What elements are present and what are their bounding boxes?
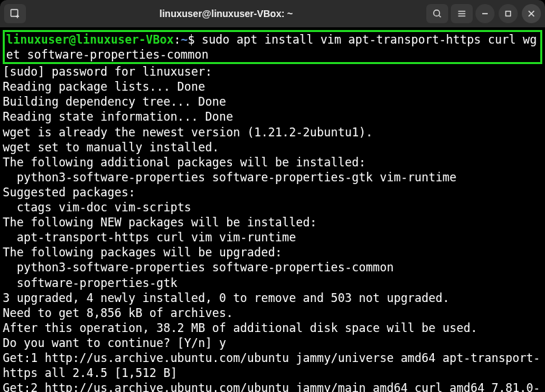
close-button[interactable] [522, 4, 541, 23]
hamburger-icon [457, 9, 467, 18]
output-line: wget set to manually installed. [3, 140, 542, 155]
search-button[interactable] [426, 4, 448, 23]
output-line: Do you want to continue? [Y/n] y [3, 335, 542, 350]
output-line: The following packages will be upgraded: [3, 245, 542, 260]
output-line: wget is already the newest version (1.21… [3, 125, 542, 140]
maximize-button[interactable] [499, 4, 518, 23]
output-line: Get:2 http://us.archive.ubuntu.com/ubunt… [3, 380, 542, 392]
output-line: apt-transport-https curl vim vim-runtime [3, 230, 542, 245]
svg-rect-9 [506, 12, 511, 16]
output-line: The following NEW packages will be insta… [3, 215, 542, 230]
output-line: ctags vim-doc vim-scripts [3, 200, 542, 215]
titlebar: linuxuser@linuxuser-VBox: ~ [0, 0, 545, 27]
output-line: 3 upgraded, 4 newly installed, 0 to remo… [3, 290, 542, 305]
search-icon [432, 9, 442, 18]
menu-button[interactable] [451, 4, 473, 23]
output-line: Building dependency tree... Done [3, 94, 542, 109]
svg-rect-0 [11, 10, 18, 16]
minimize-icon [482, 10, 488, 17]
terminal-content[interactable]: linuxuser@linuxuser-VBox:~$ sudo apt ins… [0, 27, 545, 392]
output-line: Need to get 8,856 kB of archives. [3, 305, 542, 320]
new-tab-icon [10, 8, 20, 19]
output-line: Reading state information... Done [3, 109, 542, 124]
output-line: software-properties-gtk [3, 275, 542, 290]
prompt-path: ~ [181, 33, 188, 46]
svg-line-4 [439, 16, 441, 18]
minimize-button[interactable] [475, 4, 495, 23]
output-line: python3-software-properties software-pro… [3, 170, 542, 185]
command-highlight: linuxuser@linuxuser-VBox:~$ sudo apt ins… [3, 30, 542, 64]
maximize-icon [505, 10, 512, 17]
svg-point-3 [434, 10, 440, 16]
output-line: Get:1 http://us.archive.ubuntu.com/ubunt… [3, 350, 542, 380]
prompt-colon: : [174, 33, 181, 46]
window-controls [475, 4, 541, 23]
close-icon [528, 10, 535, 17]
output-line: Suggested packages: [3, 185, 542, 200]
prompt-user: linuxuser@linuxuser-VBox [6, 33, 174, 46]
new-tab-button[interactable] [4, 4, 26, 23]
output-line: The following additional packages will b… [3, 155, 542, 170]
prompt-dollar: $ [188, 33, 194, 46]
output-line: [sudo] password for linuxuser: [3, 64, 542, 79]
output-line: After this operation, 38.2 MB of additio… [3, 320, 542, 335]
output-line: python3-software-properties software-pro… [3, 260, 542, 275]
window-title: linuxuser@linuxuser-VBox: ~ [29, 8, 424, 19]
output-line: Reading package lists... Done [3, 79, 542, 94]
